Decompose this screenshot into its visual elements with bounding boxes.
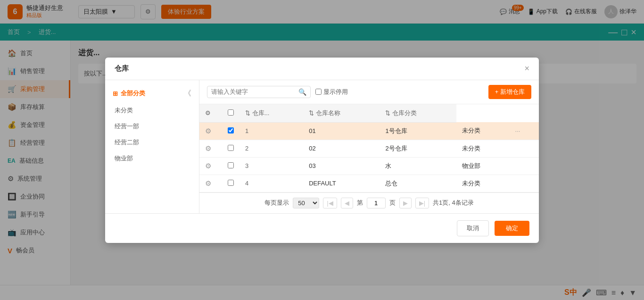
gear-icon: ⚙ (205, 109, 211, 117)
grid-icon: ⊞ (113, 90, 118, 97)
table-toolbar: 🔍 显示停用 + 新增仓库 (199, 80, 539, 104)
table-row[interactable]: ⚙ 2 02 2号仓库 未分类 (199, 140, 539, 157)
data-table: ⚙ ⇅ 仓库... ⇅ (199, 104, 539, 192)
sort-icon-name: ⇅ (309, 109, 314, 117)
category-collapse-button[interactable]: 《 (184, 89, 191, 99)
row-checkbox[interactable] (228, 127, 234, 133)
category-item-uncategorized[interactable]: 未分类 (105, 102, 199, 118)
row-code: 01 (303, 122, 380, 140)
row-num: 3 (239, 157, 303, 175)
col-gear: ⚙ (199, 104, 222, 123)
row-num: 4 (239, 175, 303, 192)
confirm-button[interactable]: 确定 (495, 221, 529, 236)
modal-title: 仓库 (115, 64, 129, 73)
search-input[interactable] (211, 88, 298, 95)
modal-body: ⊞ 全部分类 《 未分类 经营一部 经营二部 物业部 (105, 80, 539, 213)
row-num: 1 (239, 122, 303, 140)
row-name: 水 (380, 157, 456, 175)
next-page-button[interactable]: ▶ (399, 198, 412, 208)
cancel-button[interactable]: 取消 (457, 220, 489, 236)
add-warehouse-button[interactable]: + 新增仓库 (488, 85, 531, 99)
row-category: 物业部 (456, 157, 510, 175)
prev-page-button[interactable]: ◀ (341, 198, 353, 208)
category-all[interactable]: ⊞ 全部分类 《 (105, 85, 199, 102)
row-name: 1号仓库 (380, 122, 456, 140)
show-disabled-checkbox[interactable] (315, 89, 322, 95)
category-item-property[interactable]: 物业部 (105, 150, 199, 167)
row-code: 02 (303, 140, 380, 157)
last-page-button[interactable]: ▶| (415, 198, 429, 208)
col-code: ⇅ 仓库... (239, 104, 303, 123)
table-row[interactable]: ⚙ 1 01 1号仓库 未分类 ··· (199, 122, 539, 140)
row-gear-icon: ⚙ (205, 162, 211, 170)
row-code: 03 (303, 157, 380, 175)
col-category: ⇅ 仓库分类 (380, 104, 456, 123)
first-page-button[interactable]: |◀ (323, 198, 337, 208)
page-number-input[interactable] (367, 198, 386, 208)
table-header-row: ⚙ ⇅ 仓库... ⇅ (199, 104, 539, 123)
row-category: 未分类 (456, 175, 510, 192)
table-row[interactable]: ⚙ 4 DEFAULT 总仓 未分类 (199, 175, 539, 192)
modal-overlay: 仓库 × ⊞ 全部分类 《 未分类 经营一部 经营二部 (0, 0, 644, 300)
category-item-ops2[interactable]: 经营二部 (105, 134, 199, 150)
col-checkbox (222, 104, 239, 123)
category-panel: ⊞ 全部分类 《 未分类 经营一部 经营二部 物业部 (105, 80, 199, 213)
row-code: DEFAULT (303, 175, 380, 192)
row-name: 总仓 (380, 175, 456, 192)
select-all-checkbox[interactable] (228, 109, 234, 116)
row-category: 未分类 (456, 122, 510, 140)
category-item-ops1[interactable]: 经营一部 (105, 118, 199, 134)
row-checkbox[interactable] (228, 180, 234, 186)
row-gear-icon: ⚙ (205, 127, 211, 135)
sort-icon-cat: ⇅ (385, 109, 390, 117)
per-page-select[interactable]: 102050100 (293, 198, 319, 208)
modal-header: 仓库 × (105, 58, 539, 80)
row-gear-icon: ⚙ (205, 179, 211, 187)
warehouse-modal: 仓库 × ⊞ 全部分类 《 未分类 经营一部 经营二部 (105, 58, 539, 243)
modal-footer: 取消 确定 (105, 213, 539, 243)
row-category: 未分类 (456, 140, 510, 157)
row-checkbox[interactable] (228, 162, 234, 168)
show-disabled-checkbox-label: 显示停用 (315, 88, 348, 96)
table-row[interactable]: ⚙ 3 03 水 物业部 (199, 157, 539, 175)
sort-icon: ⇅ (245, 109, 250, 117)
row-name: 2号仓库 (380, 140, 456, 157)
row-gear-icon: ⚙ (205, 144, 211, 152)
total-records-label: 共1页, 4条记录 (433, 199, 474, 207)
search-icon: 🔍 (298, 88, 306, 96)
row-more[interactable]: ··· (510, 122, 539, 140)
row-checkbox[interactable] (228, 145, 234, 151)
modal-close-button[interactable]: × (524, 64, 529, 73)
row-num: 2 (239, 140, 303, 157)
table-panel: 🔍 显示停用 + 新增仓库 ⚙ (199, 80, 539, 213)
search-box: 🔍 (207, 86, 311, 98)
col-name: ⇅ 仓库名称 (303, 104, 380, 123)
pagination-bar: 每页显示 102050100 |◀ ◀ 第 页 ▶ ▶| 共1页, 4条记录 (199, 192, 539, 213)
